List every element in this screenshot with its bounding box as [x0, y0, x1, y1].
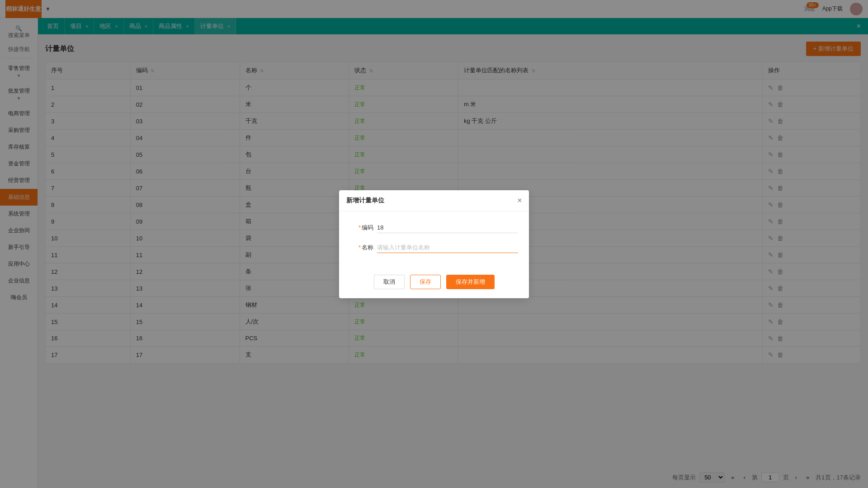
cancel-button[interactable]: 取消: [374, 275, 405, 289]
name-label: *名称: [350, 244, 377, 252]
name-input[interactable]: [377, 242, 518, 253]
modal-overlay: 新增计量单位 × *编码 *名称 取消 保存 保存并新增: [0, 0, 868, 488]
save-button[interactable]: 保存: [410, 275, 441, 289]
modal-title: 新增计量单位: [346, 197, 384, 205]
modal-header: 新增计量单位 ×: [339, 190, 529, 211]
add-unit-modal: 新增计量单位 × *编码 *名称 取消 保存 保存并新增: [339, 190, 529, 298]
code-label: *编码: [350, 224, 377, 232]
save-add-button[interactable]: 保存并新增: [446, 275, 495, 289]
code-input[interactable]: [377, 222, 518, 233]
code-required: *: [359, 224, 361, 231]
modal-body: *编码 *名称: [339, 211, 529, 269]
form-row-name: *名称: [350, 242, 518, 253]
modal-footer: 取消 保存 保存并新增: [339, 269, 529, 298]
form-row-code: *编码: [350, 222, 518, 233]
name-required: *: [359, 244, 361, 251]
modal-close-button[interactable]: ×: [518, 197, 522, 205]
